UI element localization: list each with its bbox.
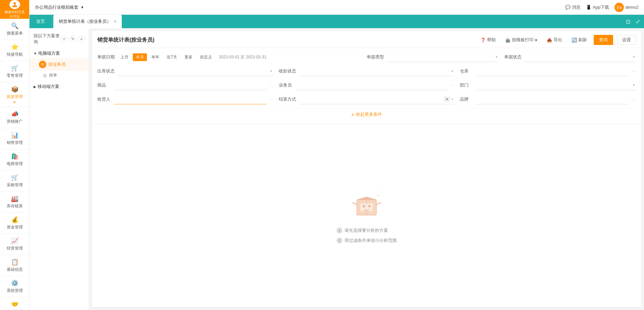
tab-minimize-btn[interactable]: ⊡: [625, 17, 632, 26]
schema-item-salesperson-label: 按业务员: [48, 61, 66, 67]
consignee-input[interactable]: [114, 94, 267, 104]
filter-doc-type: 单据类型 ▾: [367, 52, 499, 62]
collect-status-arrow: ▾: [451, 69, 453, 73]
doc-type-select[interactable]: ▾: [387, 52, 499, 62]
top-header: 办公用品行业模拟账套 ▾ 💬 消息 📱 App下载 Ea demo2: [30, 0, 644, 15]
schema-group-mobile-title[interactable]: ▶ 移动端方案: [30, 82, 89, 92]
page-actions: ❓ 帮助 🖨️ 按模板打印 ▾ 📤 导出 🔄 刷新: [478, 35, 636, 45]
schema-header-actions: + ✎ «: [61, 36, 85, 42]
sales-icon: 📊: [11, 132, 18, 139]
refresh-btn[interactable]: 🔄 刷新: [569, 36, 590, 44]
help-icon: ❓: [480, 38, 486, 43]
template-print-btn[interactable]: 🖨️ 按模板打印 ▾: [502, 36, 540, 44]
doc-type-arrow: ▾: [496, 55, 497, 59]
query-btn[interactable]: 查询: [594, 35, 613, 45]
sidebar-item-inventory[interactable]: 🏭 库存核算: [0, 192, 29, 213]
sidebar-item-system[interactable]: ⚙️ 系统管理: [0, 276, 29, 297]
wholesale-icon: 📦: [11, 86, 18, 93]
sidebar-item-sales[interactable]: 📊 销售管理: [0, 128, 29, 149]
sidebar-item-retail[interactable]: 🛒 零售管理: [0, 61, 29, 82]
empty-hint: 1 请先选择要分析的方案 2 用过滤条件来缩小分析范围: [336, 226, 397, 245]
sidebar-item-operation[interactable]: 📈 经营管理: [0, 234, 29, 255]
message-btn[interactable]: 💬 消息: [565, 4, 581, 10]
user-profile-btn[interactable]: Ea demo2: [614, 3, 639, 12]
settings-btn[interactable]: 设置: [617, 35, 636, 45]
warehouse-label: 仓库: [460, 68, 474, 74]
print-icon: 🖨️: [505, 38, 511, 43]
hint-num-1: 1: [336, 227, 342, 234]
brand-more-btn[interactable]: ···: [632, 97, 636, 102]
hint-item-2: 2 用过滤条件来缩小分析范围: [336, 236, 397, 245]
goods-input[interactable]: [114, 80, 267, 90]
operation-icon: 📈: [11, 237, 18, 245]
schema-edit-btn[interactable]: ✎: [69, 36, 76, 42]
out-status-select[interactable]: ▾: [117, 66, 273, 76]
hint-item-1: 1 请先选择要分析的方案: [336, 226, 397, 235]
sidebar-item-marketing[interactable]: 📣 营销推广: [0, 107, 29, 128]
tab-close-btn[interactable]: ×: [114, 19, 116, 24]
svg-text:✦: ✦: [376, 193, 380, 198]
warehouse-input[interactable]: [477, 66, 629, 76]
schema-collapse-btn[interactable]: «: [78, 36, 85, 42]
brand-input[interactable]: [477, 94, 629, 104]
collect-status-select[interactable]: ▾: [299, 66, 455, 76]
schema-sub-item-order[interactable]: ⊞ 按单: [30, 70, 89, 80]
triangle-right-icon: ▶: [34, 85, 36, 89]
salesperson-more-btn[interactable]: ···: [451, 83, 455, 88]
collapse-bar[interactable]: ∧ 收起更多条件: [97, 108, 636, 120]
retail-icon: 🛒: [11, 64, 18, 72]
sidebar-item-ecommerce[interactable]: 🛍️ 电商管理: [0, 149, 29, 170]
tab-maximize-btn[interactable]: ⤢: [634, 17, 641, 26]
empty-state: ✦ ✦ 1 请先选择要分析的方案 2 用过滤条件来缩小分析范围: [92, 124, 641, 307]
search-icon: 🔍: [11, 22, 18, 30]
sidebar-item-finance[interactable]: 💰 资金管理: [0, 213, 29, 234]
date-btn-last7days[interactable]: 近7天: [164, 53, 180, 61]
warehouse-more-btn[interactable]: ···: [632, 68, 636, 74]
export-btn[interactable]: 📤 导出: [544, 36, 565, 44]
sidebar-item-search[interactable]: 🔍 搜索菜单: [0, 19, 29, 40]
query-label: 查询: [599, 37, 608, 43]
left-panel-header: 按以下方案查询 + ✎ «: [30, 31, 89, 47]
collect-status-label: 收款状态: [279, 68, 296, 74]
system-icon: ⚙️: [11, 279, 18, 287]
sidebar-item-finance-label: 资金管理: [7, 224, 23, 230]
filter-goods: 商品 ···: [97, 80, 273, 90]
schema-item-salesperson[interactable]: 按 按业务员: [30, 58, 89, 70]
export-icon: 📤: [547, 38, 552, 43]
goods-more-btn[interactable]: ···: [269, 83, 273, 88]
date-btn-more[interactable]: 更多: [181, 53, 196, 61]
sidebar-item-basic[interactable]: 📋 基础信息: [0, 255, 29, 276]
app-logo[interactable]: 畅捷信好生意 标准版: [0, 0, 30, 19]
doc-status-select[interactable]: ▾: [524, 52, 636, 62]
date-btn-this-month[interactable]: 本月: [133, 53, 147, 61]
download-icon: 📱: [586, 5, 591, 10]
date-btn-custom[interactable]: 自定义: [197, 53, 215, 61]
department-select[interactable]: ▾: [477, 80, 636, 90]
filter-out-status: 出库状态 ▾: [97, 66, 273, 76]
tab-active-salesperson[interactable]: 销货单统计表（按业务员） ×: [53, 15, 122, 28]
sidebar-item-enterprise[interactable]: 🤝 企业协同: [0, 297, 29, 310]
sidebar-item-quicknav[interactable]: ⭐ 快捷导航: [0, 40, 29, 61]
goods-label: 商品: [97, 82, 111, 88]
schema-sub-item-order-label: 按单: [49, 72, 57, 78]
sidebar-item-purchase[interactable]: 🛒 采购管理: [0, 170, 29, 192]
app-download-btn[interactable]: 📱 App下载: [586, 4, 609, 10]
svg-point-0: [13, 2, 16, 4]
filter-area: 单据日期 上月 本月 本年 近7天: [92, 48, 641, 124]
tab-home[interactable]: 首页: [30, 15, 52, 28]
filter-salesperson: 业务员 ···: [279, 80, 455, 90]
settlement-label: 结算方式: [279, 96, 296, 102]
tab-bar: 首页 销货单统计表（按业务员） × ⊡ ⤢: [30, 15, 644, 28]
settlement-arrow: ▾: [451, 97, 453, 101]
schema-group-desktop-title[interactable]: ▼ 电脑端方案: [30, 48, 89, 58]
salesperson-input[interactable]: [296, 80, 448, 90]
date-btn-last-month[interactable]: 上月: [117, 53, 131, 61]
help-btn[interactable]: ❓ 帮助: [478, 36, 498, 44]
grid-icon: ⊞: [43, 73, 47, 78]
date-btn-this-year[interactable]: 本年: [148, 53, 162, 61]
settlement-select[interactable]: × ▾: [299, 94, 455, 104]
sidebar-item-wholesale[interactable]: 📦 批发管理 ▲: [0, 82, 29, 107]
schema-add-btn[interactable]: +: [61, 36, 67, 42]
consignee-more-btn[interactable]: ···: [269, 97, 273, 102]
filter-warehouse: 仓库 ···: [460, 66, 636, 76]
